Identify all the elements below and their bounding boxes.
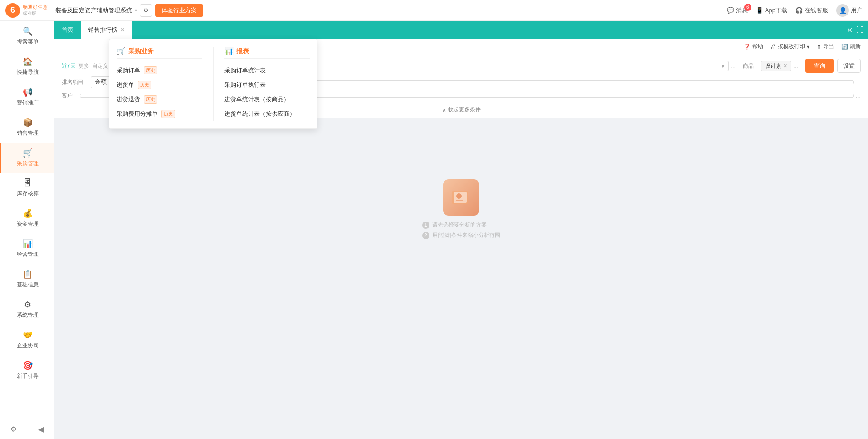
help-icon: ❓ — [744, 44, 751, 50]
hint-text-1: 请先选择要分析的方案 — [432, 221, 487, 229]
sidebar-label-sales: 销售管理 — [17, 129, 39, 137]
export-button[interactable]: ⬆ 导出 — [817, 43, 834, 50]
user-button[interactable]: 👤 用户 — [836, 4, 863, 17]
system-info: 装备及固定资产辅助管理系统 ▾ ⚙ 体验行业方案 — [55, 4, 727, 17]
guide-icon: 🎯 — [23, 360, 33, 370]
return-history-badge: 历史 — [144, 95, 157, 104]
sidebar: 🔍 搜索菜单 🏠 快捷导航 📢 营销推广 📦 销售管理 🛒 采购管理 🗄 库存核… — [0, 21, 54, 439]
sidebar-label-search: 搜索菜单 — [17, 38, 39, 46]
search-icon: 🔍 — [23, 26, 33, 36]
operations-icon: 📊 — [23, 239, 33, 249]
sidebar-item-enterprise[interactable]: 🤝 企业协同 — [0, 325, 54, 355]
cost-alloc-history-badge: 历史 — [161, 110, 175, 118]
collapse-sidebar-button[interactable]: ◀ — [38, 425, 44, 434]
purchase-dropdown-menu: 🛒 采购业务 采购订单 历史 进货单 历史 进货退货 历史 采购费用分摊单 — [109, 39, 317, 129]
purchase-section-title: 🛒 采购业务 — [117, 47, 202, 59]
sidebar-item-marketing[interactable]: 📢 营销推广 — [0, 82, 54, 112]
refresh-button[interactable]: 🔄 刷新 — [841, 43, 861, 50]
tab-expand-icon[interactable]: ⛶ — [856, 26, 863, 34]
inventory-icon: 🗄 — [24, 178, 32, 188]
empty-hints: 1 请先选择要分析的方案 2 用[过滤]条件来缩小分析范围 — [422, 221, 501, 239]
print-button[interactable]: 🖨 按模板打印 ▾ — [770, 43, 809, 50]
goods-chip[interactable]: 设计素 ✕ — [761, 61, 791, 71]
logo-icon: 6 — [5, 3, 20, 18]
system-dropdown-arrow[interactable]: ▾ — [135, 8, 137, 13]
sidebar-item-purchase[interactable]: 🛒 采购管理 — [0, 143, 54, 173]
purchase-order-stats-label: 采购订单统计表 — [224, 66, 266, 74]
enterprise-icon: 🤝 — [23, 330, 33, 340]
salesperson-ellipsis[interactable]: ... — [856, 79, 861, 86]
industry-button[interactable]: 体验行业方案 — [155, 4, 203, 17]
date-7days[interactable]: 近7天 — [62, 62, 76, 70]
collapse-up-arrow: ∧ — [442, 107, 446, 113]
tabbar: 首页 销售排行榜 ✕ ✕ ⛶ — [54, 21, 868, 39]
refresh-label: 刷新 — [850, 43, 861, 50]
print-dropdown-arrow[interactable]: ▾ — [807, 44, 809, 50]
empty-state: 1 请先选择要分析的方案 2 用[过滤]条件来缩小分析范围 — [54, 118, 868, 300]
service-button[interactable]: 🎧 在线客服 — [795, 6, 828, 15]
sidebar-item-search[interactable]: 🔍 搜索菜单 — [0, 21, 54, 51]
menu-item-cost-alloc[interactable]: 采购费用分摊单 历史 — [117, 107, 202, 121]
print-label: 按模板打印 — [778, 43, 805, 50]
filter-actions: 查询 设置 — [805, 59, 861, 73]
sidebar-item-quicknav[interactable]: 🏠 快捷导航 — [0, 51, 54, 82]
sidebar-item-finance[interactable]: 💰 资金管理 — [0, 203, 54, 233]
gear-button[interactable]: ⚙ — [140, 4, 152, 17]
hint-num-2: 2 — [422, 232, 429, 239]
app-download-button[interactable]: 📱 App下载 — [756, 6, 787, 15]
sidebar-label-system: 系统管理 — [17, 311, 39, 319]
date-more[interactable]: 更多 — [78, 62, 89, 70]
menu-item-purchase-order-stats[interactable]: 采购订单统计表 — [224, 63, 310, 78]
menu-item-purchase-order[interactable]: 采购订单 历史 — [117, 63, 202, 78]
tab-sales-rank-label: 销售排行榜 — [88, 26, 117, 34]
hint-num-1: 1 — [422, 222, 429, 229]
app-label: App下载 — [765, 6, 787, 15]
return-label: 进货退货 — [117, 95, 140, 104]
sidebar-bottom: ⚙ ◀ — [0, 419, 54, 439]
menu-item-return[interactable]: 进货退货 历史 — [117, 92, 202, 107]
goods-chip-value: 设计素 — [765, 62, 781, 70]
message-button[interactable]: 💬 消息 6 — [727, 6, 748, 15]
menu-divider — [213, 47, 214, 121]
tab-home[interactable]: 首页 — [54, 21, 81, 39]
sidebar-item-system[interactable]: ⚙ 系统管理 — [0, 294, 54, 325]
tab-sales-rank[interactable]: 销售排行榜 ✕ — [81, 21, 132, 39]
tab-close-button[interactable]: ✕ — [120, 27, 125, 33]
cost-alloc-label: 采购费用分摊单 — [117, 110, 158, 118]
sidebar-item-operations[interactable]: 📊 经营管理 — [0, 233, 54, 264]
date-custom[interactable]: 自定义 — [92, 62, 108, 70]
empty-hint-1: 1 请先选择要分析的方案 — [422, 221, 501, 229]
sidebar-label-basic: 基础信息 — [17, 281, 39, 289]
settings-bottom-button[interactable]: ⚙ — [10, 425, 17, 434]
svg-rect-3 — [456, 200, 463, 201]
customer-ellipsis[interactable]: ... — [856, 92, 861, 99]
empty-hint-2: 2 用[过滤]条件来缩小分析范围 — [422, 232, 501, 239]
brand-name: 畅通好生意 — [23, 4, 48, 10]
menu-item-purchase-order-exec[interactable]: 采购订单执行表 — [224, 78, 310, 92]
doc-status-ellipsis[interactable]: ... — [731, 63, 736, 69]
menu-item-incoming[interactable]: 进货单 历史 — [117, 78, 202, 92]
tab-close-all-icon[interactable]: ✕ — [847, 26, 853, 35]
report-section-label: 报表 — [236, 47, 249, 55]
sidebar-item-sales[interactable]: 📦 销售管理 — [0, 112, 54, 143]
report-section-title: 📊 报表 — [224, 47, 310, 59]
menu-item-incoming-stats-goods[interactable]: 进货单统计表（按商品） — [224, 92, 310, 107]
sidebar-item-inventory[interactable]: 🗄 库存核算 — [0, 173, 54, 203]
menu-item-incoming-stats-supplier[interactable]: 进货单统计表（按供应商） — [224, 107, 310, 121]
purchase-order-history-badge: 历史 — [144, 66, 157, 74]
topbar: 6 畅通好生意 标准版 装备及固定资产辅助管理系统 ▾ ⚙ 体验行业方案 💬 消… — [0, 0, 868, 21]
sidebar-label-guide: 新手引导 — [17, 372, 39, 380]
query-button[interactable]: 查询 — [805, 59, 834, 73]
system-name: 装备及固定资产辅助管理系统 — [55, 6, 132, 15]
sidebar-item-guide[interactable]: 🎯 新手引导 — [0, 355, 54, 385]
settings-button[interactable]: 设置 — [837, 59, 861, 73]
report-menu-icon: 📊 — [224, 47, 234, 55]
purchase-menu-icon: 🛒 — [117, 47, 126, 55]
svg-point-2 — [456, 193, 462, 199]
sidebar-item-basic[interactable]: 📋 基础信息 — [0, 264, 54, 294]
help-label: 帮助 — [752, 43, 763, 50]
goods-ellipsis[interactable]: ... — [793, 63, 798, 69]
goods-chip-close[interactable]: ✕ — [783, 63, 787, 69]
help-button[interactable]: ❓ 帮助 — [744, 43, 763, 50]
sidebar-label-operations: 经营管理 — [17, 251, 39, 258]
